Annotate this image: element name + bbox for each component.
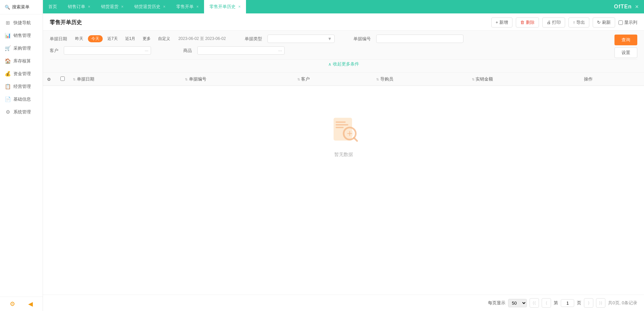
- sidebar-item-sales-mgmt[interactable]: 📊 销售管理: [0, 29, 43, 42]
- header-actions: + 新增 🗑 删除 🖨 打印 ↑ 导出 ↻ 刷新 显示列: [491, 17, 637, 28]
- filter-settings-button[interactable]: 设置: [614, 47, 637, 58]
- th-no[interactable]: ⇅ 单据编号: [181, 73, 293, 86]
- tab-close-sales-return-history[interactable]: ×: [163, 4, 165, 9]
- display-cols-checkbox-wrap[interactable]: 显示列: [618, 19, 637, 25]
- date-option-more[interactable]: 更多: [140, 35, 153, 42]
- page-header: 零售开单历史 + 新增 🗑 删除 🖨 打印 ↑ 导出 ↻ 刷新 显示列: [43, 13, 644, 31]
- sidebar-search[interactable]: 🔍 搜索菜单: [0, 0, 43, 14]
- sidebar-item-inventory[interactable]: 🏠 库存核算: [0, 55, 43, 67]
- tab-close-retail-open[interactable]: ×: [196, 4, 199, 9]
- tab-label-retail-open: 零售开单: [176, 4, 194, 10]
- svg-rect-3: [336, 127, 344, 128]
- sidebar-icon-inventory: 🏠: [5, 58, 11, 64]
- sidebar-item-operations[interactable]: 📋 经营管理: [0, 80, 43, 93]
- tab-retail-open-history[interactable]: 零售开单历史×: [204, 0, 246, 13]
- page-body: 零售开单历史 + 新增 🗑 删除 🖨 打印 ↑ 导出 ↻ 刷新 显示列 单据日: [43, 13, 644, 311]
- goods-input-wrap: ···: [197, 46, 285, 55]
- date-option-custom[interactable]: 自定义: [155, 35, 173, 42]
- window-close-icon[interactable]: ×: [635, 3, 639, 10]
- goods-dots-icon[interactable]: ···: [278, 48, 282, 53]
- sidebar-label-purchase-mgmt: 采购管理: [13, 45, 31, 51]
- select-all-checkbox[interactable]: [60, 76, 65, 81]
- tab-label-sales-order: 销售订单: [68, 4, 85, 10]
- th-date[interactable]: ⇅ 单据日期: [69, 73, 181, 86]
- display-cols-checkbox[interactable]: [618, 20, 623, 25]
- bill-type-select[interactable]: [267, 35, 335, 43]
- empty-illustration: [327, 113, 360, 146]
- bill-no-label: 单据编号: [353, 36, 371, 42]
- query-button[interactable]: 查询: [614, 35, 637, 45]
- customer-dots-icon[interactable]: ···: [145, 48, 148, 53]
- sort-icon-customer: ⇅: [297, 77, 300, 81]
- column-settings-icon[interactable]: ⚙: [47, 77, 51, 82]
- filter-area: 单据日期 昨天今天近7天近1月更多自定义 2023-06-02 至 2023-0…: [43, 31, 644, 73]
- add-button[interactable]: + 新增: [491, 17, 512, 28]
- tab-retail-open[interactable]: 零售开单×: [171, 0, 204, 13]
- sort-icon-guide: ⇅: [376, 77, 379, 81]
- bill-no-input[interactable]: [376, 35, 463, 43]
- tab-sales-return[interactable]: 销货退货×: [96, 0, 129, 13]
- svg-rect-1: [336, 121, 346, 123]
- date-option-yesterday[interactable]: 昨天: [72, 35, 86, 42]
- sidebar-item-finance[interactable]: 💰 资金管理: [0, 67, 43, 80]
- refresh-button[interactable]: ↻ 刷新: [593, 17, 615, 28]
- tab-home[interactable]: 首页: [43, 0, 62, 13]
- goods-input[interactable]: [197, 46, 285, 55]
- tab-label-retail-open-history: 零售开单历史: [209, 4, 236, 10]
- sidebar-label-finance: 资金管理: [13, 71, 31, 77]
- tab-close-sales-return[interactable]: ×: [121, 4, 123, 9]
- svg-line-6: [354, 138, 357, 141]
- date-option-month[interactable]: 近1月: [122, 35, 138, 42]
- page-size-select[interactable]: 2050100: [508, 299, 527, 307]
- collapse-footer-icon[interactable]: ◀: [28, 300, 33, 308]
- date-options: 昨天今天近7天近1月更多自定义: [72, 35, 173, 42]
- sidebar-nav: ⊞ 快捷导航📊 销售管理🛒 采购管理🏠 库存核算💰 资金管理📋 经营管理📄 基础…: [0, 14, 43, 297]
- filter-row-2: 客户 ··· 商品 ···: [50, 46, 610, 55]
- sidebar-icon-operations: 📋: [5, 84, 11, 90]
- last-page-btn[interactable]: ⟩⟩: [596, 298, 605, 308]
- th-amount[interactable]: ⇅ 实销金额: [468, 73, 580, 86]
- th-guide[interactable]: ⇅ 导购员: [372, 73, 468, 86]
- table-area: ⚙ ⇅ 单据日期⇅ 单据编号⇅ 客户⇅ 导购员⇅ 实销金额操作: [43, 73, 644, 295]
- sidebar-label-quick-nav: 快捷导航: [13, 20, 31, 26]
- th-customer[interactable]: ⇅ 客户: [293, 73, 372, 86]
- print-button[interactable]: 🖨 打印: [542, 17, 565, 28]
- sidebar-footer: ⚙ ◀: [0, 297, 43, 311]
- next-page-btn[interactable]: ⟩: [584, 298, 593, 308]
- tab-label-sales-return-history: 销货退货历史: [134, 4, 160, 10]
- search-icon: 🔍: [5, 5, 10, 10]
- sort-icon-amount: ⇅: [472, 77, 475, 81]
- first-page-btn[interactable]: ⟨⟨: [530, 298, 539, 308]
- data-table: ⚙ ⇅ 单据日期⇅ 单据编号⇅ 客户⇅ 导购员⇅ 实销金额操作: [43, 73, 644, 86]
- customer-input[interactable]: [64, 46, 151, 55]
- tab-close-retail-open-history[interactable]: ×: [238, 4, 241, 9]
- th-checkbox: [56, 73, 69, 86]
- prev-page-btn[interactable]: ⟨: [542, 298, 551, 308]
- collapse-label: 收起更多条件: [333, 61, 359, 67]
- tab-bar-right: OfTEn ×: [614, 3, 644, 10]
- sidebar-label-operations: 经营管理: [13, 84, 31, 90]
- sidebar: 🔍 搜索菜单 ⊞ 快捷导航📊 销售管理🛒 采购管理🏠 库存核算💰 资金管理📋 经…: [0, 0, 43, 311]
- sidebar-item-basic-info[interactable]: 📄 基础信息: [0, 93, 43, 106]
- sidebar-icon-sys-mgmt: ⚙: [5, 109, 11, 115]
- tab-label-home: 首页: [48, 4, 57, 10]
- tab-sales-order[interactable]: 销售订单×: [62, 0, 96, 13]
- settings-footer-icon[interactable]: ⚙: [10, 300, 15, 308]
- collapse-filter-btn[interactable]: ∧ 收起更多条件: [50, 59, 637, 68]
- sidebar-label-inventory: 库存核算: [13, 58, 31, 64]
- export-button[interactable]: ↑ 导出: [568, 17, 589, 28]
- current-page-input[interactable]: 1: [561, 299, 574, 307]
- bill-type-label: 单据类型: [245, 36, 262, 42]
- sidebar-item-sys-mgmt[interactable]: ⚙ 系统管理: [0, 106, 43, 118]
- table-footer: 每页显示 2050100 ⟨⟨ ⟨ 第 1 页 ⟩ ⟩⟩ 共0页, 0条记录: [43, 295, 644, 311]
- tab-sales-return-history[interactable]: 销货退货历史×: [129, 0, 171, 13]
- sidebar-item-purchase-mgmt[interactable]: 🛒 采购管理: [0, 42, 43, 55]
- svg-rect-2: [336, 124, 348, 125]
- sidebar-item-quick-nav[interactable]: ⊞ 快捷导航: [0, 16, 43, 29]
- delete-button[interactable]: 🗑 删除: [516, 17, 539, 28]
- page-label: 页: [577, 300, 581, 306]
- tab-close-sales-order[interactable]: ×: [88, 4, 90, 9]
- page-label-pre: 第: [554, 300, 558, 306]
- date-option-today[interactable]: 今天: [88, 35, 103, 42]
- date-option-week[interactable]: 近7天: [105, 35, 120, 42]
